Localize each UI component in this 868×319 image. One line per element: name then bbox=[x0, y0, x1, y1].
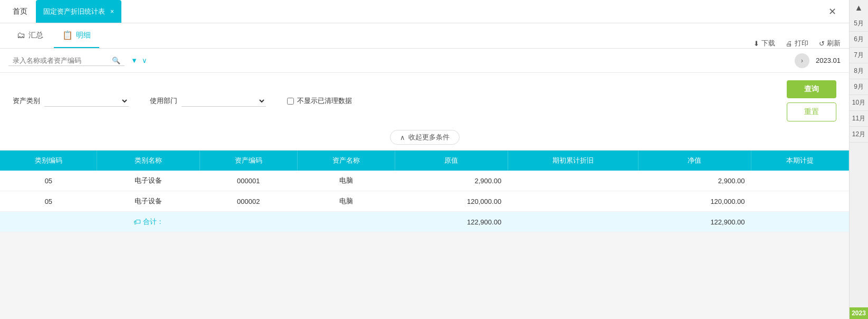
toolbar-right: ⬇ 下载 🖨 打印 ↺ 刷新 bbox=[753, 39, 841, 48]
collapse-up-icon: ∧ bbox=[400, 134, 405, 142]
tab-detail-label: 明细 bbox=[76, 31, 91, 40]
data-table: 类别编码 类别名称 资产编码 资产名称 原值 期初累计折旧 净值 本期计提 05… bbox=[0, 151, 849, 232]
col-header-net-value: 净值 bbox=[638, 151, 751, 171]
query-button[interactable]: 查询 bbox=[787, 80, 836, 98]
total-original-value: 122,900.00 bbox=[395, 212, 508, 232]
print-icon: 🖨 bbox=[786, 40, 793, 48]
sidebar-month-11[interactable]: 11月 bbox=[850, 111, 868, 127]
refresh-button[interactable]: ↺ 刷新 bbox=[819, 39, 841, 48]
collapse-label: 收起更多条件 bbox=[408, 133, 450, 142]
col-header-current-depr: 本期计提 bbox=[751, 151, 848, 171]
download-button[interactable]: ⬇ 下载 bbox=[753, 39, 775, 48]
chevron-down-icon: ∨ bbox=[142, 57, 147, 64]
sub-tabs-bar: 🗂 汇总 📋 明细 ⬇ 下载 🖨 打印 ↺ 刷新 bbox=[0, 23, 849, 49]
hide-cleared-label: 不显示已清理数据 bbox=[297, 96, 352, 106]
nav-tab-label: 固定资产折旧统计表 bbox=[43, 7, 105, 16]
main-content: 首页 固定资产折旧统计表 × ✕ 🗂 汇总 📋 明细 ⬇ 下载 🖨 打印 bbox=[0, 0, 849, 232]
col-header-accum-depr: 期初累计折旧 bbox=[508, 151, 638, 171]
dept-field: 使用部门 bbox=[150, 95, 266, 107]
print-label: 打印 bbox=[795, 39, 808, 48]
cell-category-name-2: 电子设备 bbox=[97, 191, 200, 212]
collapse-row: ∧ 收起更多条件 bbox=[13, 127, 836, 146]
total-empty-2: 🏷 合计： bbox=[97, 212, 200, 232]
nav-home[interactable]: 首页 bbox=[8, 7, 32, 16]
cell-asset-name-2: 电脑 bbox=[297, 191, 395, 212]
total-empty-3 bbox=[199, 212, 297, 232]
col-header-original-value: 原值 bbox=[395, 151, 508, 171]
download-label: 下载 bbox=[761, 39, 775, 48]
sidebar-month-12[interactable]: 12月 bbox=[850, 127, 868, 143]
total-current-depr bbox=[751, 212, 848, 232]
filter-bar: 🔍 ▼ ∨ › 2023.01 bbox=[0, 49, 849, 73]
right-sidebar: ▲ 5月 6月 7月 8月 9月 10月 11月 12月 2023 bbox=[849, 0, 868, 319]
tab-detail[interactable]: 📋 明细 bbox=[54, 23, 99, 48]
col-header-category-code: 类别编码 bbox=[0, 151, 97, 171]
collapse-more-button[interactable]: ∧ 收起更多条件 bbox=[390, 130, 460, 145]
dept-label: 使用部门 bbox=[150, 96, 177, 106]
table-header-row: 类别编码 类别名称 资产编码 资产名称 原值 期初累计折旧 净值 本期计提 bbox=[0, 151, 849, 171]
search-input-wrap: 🔍 bbox=[8, 55, 125, 66]
search-input[interactable] bbox=[13, 57, 108, 64]
total-accum-depr bbox=[508, 212, 638, 232]
sidebar-month-10[interactable]: 10月 bbox=[850, 95, 868, 111]
cell-current-depr-1 bbox=[751, 171, 848, 191]
sidebar-year-badge[interactable]: 2023 bbox=[850, 307, 868, 319]
data-table-wrap: 类别编码 类别名称 资产编码 资产名称 原值 期初累计折旧 净值 本期计提 05… bbox=[0, 151, 849, 232]
cell-accum-depr-1 bbox=[508, 171, 638, 191]
refresh-icon: ↺ bbox=[819, 40, 825, 48]
cell-current-depr-2 bbox=[751, 191, 848, 212]
table-total-row: 🏷 合计： 122,900.00 122,900.00 bbox=[0, 212, 849, 232]
asset-type-label: 资产类别 bbox=[13, 96, 40, 106]
advanced-filters: 资产类别 使用部门 不显示已清理数据 bbox=[0, 73, 849, 151]
more-filters-button[interactable]: ▼ ∨ bbox=[131, 57, 147, 64]
table-row: 05 电子设备 000002 电脑 120,000.00 120,000.00 bbox=[0, 191, 849, 212]
adv-filters-row-1: 资产类别 使用部门 不显示已清理数据 bbox=[13, 80, 836, 121]
cell-category-code-2: 05 bbox=[0, 191, 97, 212]
total-empty-4 bbox=[297, 212, 395, 232]
sidebar-month-6[interactable]: 6月 bbox=[850, 32, 868, 48]
dept-select[interactable] bbox=[182, 95, 266, 107]
nav-tab-close-icon[interactable]: × bbox=[110, 8, 114, 15]
hide-cleared-checkbox[interactable] bbox=[287, 98, 294, 105]
asset-type-select[interactable] bbox=[44, 95, 129, 107]
download-icon: ⬇ bbox=[753, 40, 759, 48]
search-icon[interactable]: 🔍 bbox=[112, 57, 120, 64]
cell-original-value-1: 2,900.00 bbox=[395, 171, 508, 191]
total-label-text: 合计： bbox=[143, 217, 164, 227]
cell-category-name-1: 电子设备 bbox=[97, 171, 200, 191]
cell-asset-code-1: 000001 bbox=[199, 171, 297, 191]
sidebar-up-btn[interactable]: ▲ bbox=[850, 0, 868, 16]
cell-original-value-2: 120,000.00 bbox=[395, 191, 508, 212]
sidebar-month-8[interactable]: 8月 bbox=[850, 63, 868, 79]
cell-net-value-2: 120,000.00 bbox=[638, 191, 751, 212]
total-empty-1 bbox=[0, 212, 97, 232]
filter-icon: ▼ bbox=[131, 57, 138, 64]
total-icon: 🏷 bbox=[133, 218, 141, 226]
hide-cleared-wrap: 不显示已清理数据 bbox=[287, 96, 352, 106]
collapse-panel-button[interactable]: › bbox=[795, 53, 809, 68]
summary-icon: 🗂 bbox=[17, 31, 25, 40]
total-net-value: 122,900.00 bbox=[638, 212, 751, 232]
sidebar-month-7[interactable]: 7月 bbox=[850, 48, 868, 63]
reset-button[interactable]: 重置 bbox=[787, 102, 836, 121]
cell-category-code-1: 05 bbox=[0, 171, 97, 191]
refresh-label: 刷新 bbox=[827, 39, 841, 48]
tab-summary[interactable]: 🗂 汇总 bbox=[8, 23, 52, 48]
col-header-asset-name: 资产名称 bbox=[297, 151, 395, 171]
table-row: 05 电子设备 000001 电脑 2,900.00 2,900.00 bbox=[0, 171, 849, 191]
asset-type-field: 资产类别 bbox=[13, 95, 129, 107]
nav-tab-depreciation[interactable]: 固定资产折旧统计表 × bbox=[36, 0, 121, 23]
sidebar-month-5[interactable]: 5月 bbox=[850, 16, 868, 32]
cell-net-value-1: 2,900.00 bbox=[638, 171, 751, 191]
print-button[interactable]: 🖨 打印 bbox=[786, 39, 808, 48]
col-header-category-name: 类别名称 bbox=[97, 151, 200, 171]
sidebar-month-9[interactable]: 9月 bbox=[850, 79, 868, 95]
window-close-button[interactable]: ✕ bbox=[824, 6, 841, 17]
top-nav: 首页 固定资产折旧统计表 × ✕ bbox=[0, 0, 849, 23]
cell-accum-depr-2 bbox=[508, 191, 638, 212]
cell-asset-code-2: 000002 bbox=[199, 191, 297, 212]
cell-asset-name-1: 电脑 bbox=[297, 171, 395, 191]
date-label: 2023.01 bbox=[816, 57, 841, 64]
action-buttons: 查询 重置 bbox=[787, 80, 836, 121]
detail-icon: 📋 bbox=[62, 30, 73, 40]
